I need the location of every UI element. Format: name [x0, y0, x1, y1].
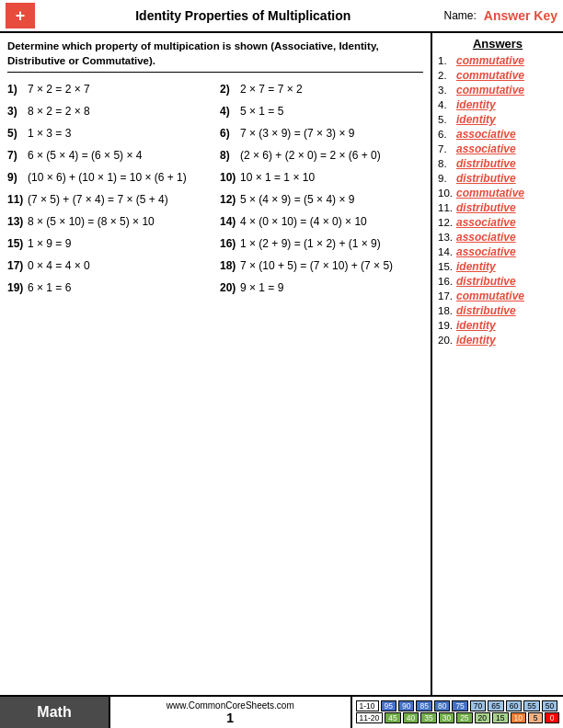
- logo-icon: +: [6, 3, 35, 28]
- problem-item: 16) 1 × (2 + 9) = (1 × 2) + (1 × 9): [220, 233, 423, 255]
- problem-equation: 1 × (2 + 9) = (1 × 2) + (1 × 9): [240, 235, 381, 252]
- answer-number: 7.: [438, 143, 456, 154]
- answer-number: 10.: [438, 188, 456, 199]
- problem-equation: 0 × 4 = 4 × 0: [28, 257, 90, 274]
- score-label: 11-20: [356, 712, 384, 723]
- problem-item: 6) 7 × (3 × 9) = (7 × 3) × 9: [220, 122, 423, 144]
- problem-number: 19): [7, 279, 28, 296]
- answer-number: 4.: [438, 99, 456, 110]
- answer-item: 11. distributive: [438, 201, 557, 214]
- answer-item: 13. associative: [438, 231, 557, 244]
- answer-number: 9.: [438, 173, 456, 184]
- problem-item: 11) (7 × 5) + (7 × 4) = 7 × (5 + 4): [7, 188, 211, 210]
- score-cell: 75: [452, 700, 467, 711]
- answer-number: 19.: [438, 320, 456, 331]
- answer-value: distributive: [456, 201, 516, 214]
- answer-value: commutative: [456, 84, 524, 97]
- score-cell: 20: [475, 712, 490, 723]
- answer-item: 5. identity: [438, 113, 557, 126]
- answer-value: associative: [456, 245, 516, 258]
- answer-item: 3. commutative: [438, 84, 557, 97]
- answer-number: 18.: [438, 305, 456, 316]
- score-label: 1-10: [356, 700, 379, 711]
- answer-number: 8.: [438, 158, 456, 169]
- page-title: Identity Properties of Multiplication: [42, 8, 444, 23]
- name-label: Name:: [444, 9, 477, 22]
- answer-number: 3.: [438, 85, 456, 96]
- problem-number: 15): [7, 235, 28, 252]
- problem-equation: 7 × (10 + 5) = (7 × 10) + (7 × 5): [240, 257, 393, 274]
- problem-equation: 6 × (5 × 4) = (6 × 5) × 4: [28, 147, 142, 164]
- problem-item: 13) 8 × (5 × 10) = (8 × 5) × 10: [7, 210, 211, 233]
- score-row: 11-20454035302520151050: [356, 712, 560, 723]
- answer-value: distributive: [456, 275, 516, 288]
- answer-item: 14. associative: [438, 245, 557, 258]
- problem-number: 9): [7, 169, 28, 186]
- problem-equation: 2 × 7 = 7 × 2: [240, 81, 303, 97]
- answer-number: 5.: [438, 114, 456, 125]
- problem-equation: 5 × 1 = 5: [240, 103, 283, 119]
- problem-item: 7) 6 × (5 × 4) = (6 × 5) × 4: [7, 144, 211, 166]
- answer-value: distributive: [456, 157, 516, 170]
- problem-item: 12) 5 × (4 × 9) = (5 × 4) × 9: [220, 188, 423, 210]
- answer-item: 10. commutative: [438, 187, 557, 199]
- answer-number: 14.: [438, 246, 456, 257]
- problem-equation: 7 × (3 × 9) = (7 × 3) × 9: [240, 125, 354, 142]
- answer-item: 17. commutative: [438, 290, 557, 302]
- score-row: 1-1095908580757065605550: [356, 700, 560, 711]
- main-content: Determine which property of multipicatio…: [0, 33, 563, 695]
- problem-number: 10): [220, 169, 240, 186]
- problem-number: 6): [220, 125, 240, 142]
- problem-equation: 1 × 3 = 3: [28, 125, 71, 142]
- answer-value: identity: [456, 113, 496, 126]
- instructions: Determine which property of multipicatio…: [7, 39, 423, 73]
- score-cell: 65: [488, 700, 503, 711]
- answer-number: 11.: [438, 202, 456, 213]
- answer-item: 15. identity: [438, 260, 557, 273]
- problem-equation: 8 × 2 = 2 × 8: [28, 103, 90, 119]
- answer-number: 20.: [438, 335, 456, 346]
- score-cell: 45: [385, 712, 400, 723]
- page-number: 1: [226, 711, 234, 725]
- answer-item: 19. identity: [438, 319, 557, 332]
- answers-section: Answers 1. commutative2. commutative3. c…: [432, 33, 563, 695]
- score-cell: 50: [542, 700, 557, 711]
- score-cell: 95: [381, 700, 396, 711]
- answer-number: 15.: [438, 261, 456, 272]
- answer-value: commutative: [456, 187, 524, 199]
- answer-number: 6.: [438, 129, 456, 140]
- problem-item: 9) (10 × 6) + (10 × 1) = 10 × (6 + 1): [7, 166, 211, 188]
- answer-item: 20. identity: [438, 334, 557, 347]
- problem-number: 3): [7, 103, 28, 119]
- problem-equation: 4 × (0 × 10) = (4 × 0) × 10: [240, 213, 367, 230]
- answer-key-label: Answer Key: [484, 8, 557, 23]
- problem-number: 20): [220, 279, 240, 296]
- answer-value: identity: [456, 98, 496, 111]
- answers-list: 1. commutative2. commutative3. commutati…: [438, 54, 557, 347]
- problem-item: 5) 1 × 3 = 3: [7, 122, 211, 144]
- score-cell: 60: [506, 700, 522, 711]
- answer-value: commutative: [456, 54, 524, 67]
- problem-number: 1): [7, 81, 28, 97]
- problem-equation: 10 × 1 = 1 × 10: [240, 169, 315, 186]
- problem-item: 20) 9 × 1 = 9: [220, 277, 423, 299]
- answer-item: 1. commutative: [438, 54, 557, 67]
- answer-value: distributive: [456, 172, 516, 185]
- score-cell: 80: [434, 700, 450, 711]
- problem-item: 14) 4 × (0 × 10) = (4 × 0) × 10: [220, 210, 423, 233]
- problem-equation: 1 × 9 = 9: [28, 235, 71, 252]
- score-cell: 15: [492, 712, 508, 723]
- problem-number: 14): [220, 213, 240, 230]
- score-cell: 85: [416, 700, 431, 711]
- score-cell: 10: [511, 712, 526, 723]
- answer-number: 12.: [438, 217, 456, 228]
- answer-item: 8. distributive: [438, 157, 557, 170]
- score-table: 1-109590858075706560555011-2045403530252…: [350, 697, 564, 728]
- answer-value: commutative: [456, 290, 524, 302]
- answer-item: 12. associative: [438, 216, 557, 229]
- problem-item: 8) (2 × 6) + (2 × 0) = 2 × (6 + 0): [220, 144, 423, 166]
- header: + Identity Properties of Multiplication …: [0, 0, 563, 33]
- answer-value: associative: [456, 142, 516, 155]
- score-cell: 35: [420, 712, 436, 723]
- answer-value: commutative: [456, 69, 524, 82]
